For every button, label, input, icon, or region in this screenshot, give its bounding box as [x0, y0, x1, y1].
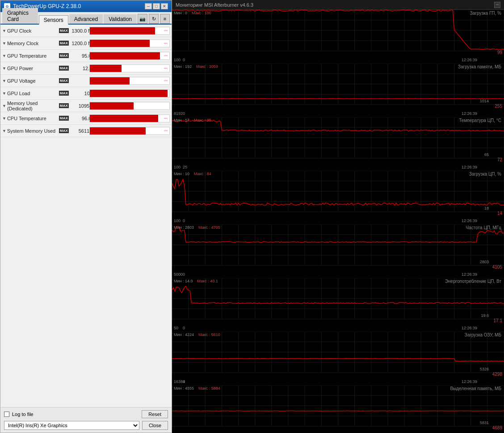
tab-advanced[interactable]: Advanced — [69, 14, 103, 24]
gpu-select[interactable]: Intel(R) Iris(R) Xe Graphics — [4, 421, 139, 430]
chart-block-cpu-temp: Мин : 57 Макс : 95 Температура ЦП, °С 72… — [172, 117, 504, 171]
sensors-list: ▼ GPU Clock MAX 1300.0 MHz ··· ▼ Memory … — [0, 25, 172, 407]
sensor-bar-3: ··· — [89, 64, 170, 72]
sensor-dropdown-6[interactable]: ▼ — [2, 104, 6, 108]
tab-validation[interactable]: Validation — [104, 14, 137, 24]
sensor-bar-fill-8 — [90, 127, 146, 135]
chart-right-val-gpu-load: 99 — [497, 50, 502, 55]
sensor-name-1: ▼ Memory Clock — [2, 41, 58, 46]
chart-zero-gpu-load: 0 — [183, 58, 185, 62]
chart-title-vram-load: Загрузка памяти, МБ — [458, 64, 501, 69]
chart-mid-val-virt-mem: 5831 — [480, 420, 489, 425]
sensor-max-4: MAX — [59, 78, 69, 83]
sensor-bar-dots-2: ··· — [164, 53, 168, 58]
sensor-dropdown-3[interactable]: ▼ — [2, 66, 6, 71]
chart-min-label-vram-load: Мин : 192 Макс : 1059 — [174, 64, 218, 69]
tab-sensors[interactable]: Sensors — [39, 15, 68, 25]
chart-title-gpu-load: Загрузка ГП, % — [470, 11, 501, 16]
gpuz-win-controls: ─ □ ✕ — [145, 3, 168, 9]
sensor-bar-dots-4: ··· — [164, 78, 168, 83]
sensor-bar-dots-7: ··· — [164, 116, 168, 121]
chart-mid-val-cpu-freq: 2803 — [480, 260, 489, 264]
sensor-name-7: ▼ CPU Temperature — [2, 116, 58, 121]
sensor-dropdown-0[interactable]: ▼ — [2, 29, 6, 33]
sensor-bar-dots-3: ··· — [164, 66, 168, 71]
sensor-bar-dots-0: ··· — [164, 28, 168, 33]
sensor-row-6: ▼ Memory Used (Dedicated) MAX 1095 MB — [0, 100, 172, 112]
sensor-row-4: ▼ GPU Voltage MAX -- V ··· — [0, 75, 172, 87]
log-checkbox[interactable] — [4, 412, 9, 417]
afterburner-window: Мониторинг MSI Afterburner v4.6.3 ─ Мин … — [172, 0, 504, 433]
gpuz-maximize-btn[interactable]: □ — [153, 3, 160, 9]
sensor-dropdown-5[interactable]: ▼ — [2, 91, 6, 96]
chart-time-vram-load: 12:26:39 — [462, 111, 477, 116]
sensor-row-1: ▼ Memory Clock MAX 1200.0 MHz ··· — [0, 37, 172, 50]
sensor-bar-dots-1: ··· — [164, 41, 168, 46]
chart-time-cpu-temp: 12:26:39 — [462, 165, 477, 169]
chart-svg-gpu-load — [172, 10, 504, 63]
afterburner-title-bar: Мониторинг MSI Afterburner v4.6.3 ─ — [172, 0, 504, 10]
sensor-max-5: MAX — [59, 91, 69, 96]
sensor-bar-2: ··· — [89, 52, 170, 60]
sensor-dropdown-1[interactable]: ▼ — [2, 41, 6, 46]
sensor-label-0: GPU Clock — [7, 28, 31, 34]
sensor-bar-dots-5: ··· — [164, 91, 168, 96]
sensor-name-8: ▼ System Memory Used — [2, 128, 58, 134]
reset-button[interactable]: Reset — [142, 410, 168, 418]
chart-right-val-ram-load: 4298 — [492, 372, 502, 377]
chart-mid-val-cpu-temp: 65 — [484, 152, 489, 157]
sensor-label-3: GPU Power — [7, 66, 33, 71]
refresh-btn[interactable]: ↻ — [149, 14, 159, 24]
sensor-bar-fill-6 — [90, 102, 134, 109]
sensor-bar-fill-1 — [90, 40, 150, 47]
chart-scale-cpu-load: 100 — [174, 219, 181, 223]
sensor-bar-fill-2 — [90, 52, 160, 59]
chart-scale-cpu-power: 50 — [174, 326, 178, 330]
gpuz-close-btn[interactable]: ✕ — [161, 3, 168, 9]
sensor-row-2: ▼ GPU Temperature MAX 95.0 °C ··· — [0, 50, 172, 62]
close-button[interactable]: Close — [142, 421, 168, 430]
sensor-max-3: MAX — [59, 66, 69, 71]
sensor-bar-6 — [89, 102, 170, 110]
sensor-bar-8: ··· — [89, 127, 170, 135]
tab-graphics-card[interactable]: Graphics Card — [2, 8, 38, 24]
chart-block-gpu-load: Мин : 0 Макс : 100 Загрузка ГП, % 99 100… — [172, 10, 504, 63]
menu-btn[interactable]: ≡ — [160, 14, 170, 24]
sensor-name-3: ▼ GPU Power — [2, 66, 58, 71]
sensor-label-5: GPU Load — [7, 91, 30, 96]
chart-title-virt-mem: Выделенная память, МБ — [450, 386, 501, 391]
sensor-label-7: CPU Temperature — [7, 116, 46, 121]
chart-mid-val-cpu-power: 19.6 — [481, 313, 489, 318]
sensor-row-5: ▼ GPU Load MAX 100 % ··· — [0, 87, 172, 100]
sensor-name-4: ▼ GPU Voltage — [2, 78, 58, 84]
chart-svg-vram-load — [172, 63, 504, 117]
sensor-max-7: MAX — [59, 116, 69, 121]
sensor-max-8: MAX — [59, 128, 69, 133]
chart-block-ram-load: Мин : 4224 Макс : 5610 Загрузка ОЗУ, МБ … — [172, 332, 504, 385]
charts-area[interactable]: Мин : 0 Макс : 100 Загрузка ГП, % 99 100… — [172, 10, 504, 433]
chart-min-label-virt-mem: Мин : 4555 Макс : 5884 — [174, 386, 220, 391]
sensor-label-6: Memory Used (Dedicated) — [7, 101, 58, 111]
sensor-bar-fill-5 — [90, 90, 168, 97]
sensor-dropdown-2[interactable]: ▼ — [2, 54, 6, 58]
chart-title-cpu-temp: Температура ЦП, °С — [459, 118, 501, 123]
chart-zero-cpu-power: 0 — [183, 326, 185, 330]
chart-time-cpu-power: 12:26:39 — [462, 326, 477, 330]
gpuz-minimize-btn[interactable]: ─ — [145, 3, 152, 9]
chart-title-cpu-freq: Частота ЦП, МГц — [466, 225, 501, 230]
sensor-row-7: ▼ CPU Temperature MAX 96.0 °C ··· — [0, 112, 172, 125]
sensor-dropdown-4[interactable]: ▼ — [2, 79, 6, 83]
sensor-dropdown-8[interactable]: ▼ — [2, 129, 6, 133]
sensor-bar-dots-8: ··· — [164, 128, 168, 133]
sensor-bar-fill-4 — [90, 77, 130, 84]
sensor-bar-7: ··· — [89, 114, 170, 122]
sensor-bar-4: ··· — [89, 77, 170, 85]
chart-scale-cpu-freq: 5000 — [174, 272, 183, 277]
chart-min-label-cpu-power: Мин : 14.0 Макс : 40.1 — [174, 279, 218, 283]
chart-right-val-cpu-freq: 4105 — [492, 265, 502, 269]
chart-scale-gpu-load: 100 — [174, 58, 181, 62]
chart-time-cpu-freq: 12:26:39 — [462, 272, 477, 277]
afterburner-minimize-btn[interactable]: ─ — [494, 2, 500, 8]
sensor-dropdown-7[interactable]: ▼ — [2, 116, 6, 121]
screenshot-btn[interactable]: 📷 — [138, 14, 147, 24]
